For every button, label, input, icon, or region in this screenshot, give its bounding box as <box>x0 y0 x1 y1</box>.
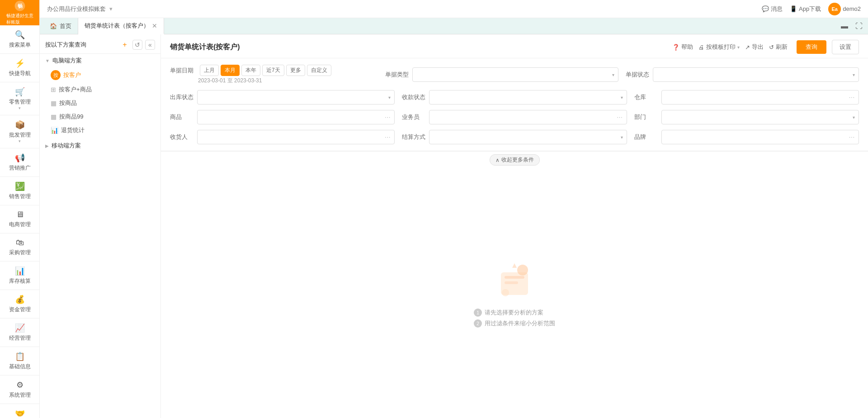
filter-receiver: 收货人 ··· <box>170 130 395 144</box>
sidebar-item-basic[interactable]: 📋 基础信息 <box>0 347 40 375</box>
date-btn-this-month[interactable]: 本月 <box>221 65 240 76</box>
topbar-right: 💬 消息 📱 App下载 Ea demo2 <box>762 3 861 15</box>
page-actions: ❓ 帮助 🖨 按模板打印 ▾ ↗ 导出 ↺ 刷新 <box>672 40 859 54</box>
sidebar-item-quicknav[interactable]: ⚡ 快捷导航 <box>0 54 40 82</box>
collapse-filter-btn[interactable]: ∧ 收起更多条件 <box>490 154 540 166</box>
tree-group-label: 电脑端方案 <box>52 57 82 65</box>
empty-state: 1 请先选择要分析的方案 2 用过滤条件来缩小分析范围 <box>161 168 868 418</box>
recv-status-select[interactable]: ▾ <box>429 90 627 104</box>
doc-type-chevron: ▾ <box>612 72 614 77</box>
active-indicator: 按 <box>51 70 61 80</box>
sidebar-item-operations[interactable]: 📈 经营管理 <box>0 318 40 347</box>
sidebar-item-sales[interactable]: 💹 销售管理 <box>0 177 40 205</box>
grid-icon: ⊞ <box>51 86 56 93</box>
sidebar-item-marketing[interactable]: 📢 营销推广 <box>0 148 40 177</box>
salesperson-label: 业务员 <box>402 113 429 121</box>
message-btn[interactable]: 💬 消息 <box>762 5 783 13</box>
goods-dots: ··· <box>385 114 391 120</box>
tab-maximize-btn[interactable]: ⛶ <box>854 21 864 32</box>
print-dropdown-icon: ▾ <box>737 45 740 50</box>
sidebar-item-search[interactable]: 🔍 搜索菜单 <box>0 25 40 54</box>
tab-close-btn[interactable]: ✕ <box>152 22 157 29</box>
doc-type-label: 单据类型 <box>385 71 412 79</box>
sidebar-item-system[interactable]: ⚙ 系统管理 <box>0 375 40 404</box>
filter-doc-status: 单据状态 ▾ <box>626 67 859 82</box>
topbar: 办公用品行业模拟账套 ▾ 💬 消息 📱 App下载 Ea demo2 <box>40 0 868 18</box>
tab-minimize-btn[interactable]: ▬ <box>839 21 850 32</box>
out-status-select[interactable]: ▾ <box>197 90 395 104</box>
help-icon: ❓ <box>672 44 679 51</box>
search-icon: 🔍 <box>15 30 25 40</box>
help-btn[interactable]: ❓ 帮助 <box>672 43 693 51</box>
page-title: 销货单统计表(按客户) <box>170 43 240 52</box>
date-btn-this-year[interactable]: 本年 <box>241 65 260 76</box>
warehouse-select[interactable]: ··· <box>661 90 859 104</box>
content-area: 按以下方案查询 + ↺ « ▼ 电脑端方案 按 按客户 ⊞ 按客户+商品 <box>40 34 868 418</box>
receiver-select[interactable]: ··· <box>197 130 395 144</box>
receiver-dots: ··· <box>385 134 391 140</box>
tree-item-by-goods-99[interactable]: ▦ 按商品99 <box>40 110 160 124</box>
left-panel: 按以下方案查询 + ↺ « ▼ 电脑端方案 按 按客户 ⊞ 按客户+商品 <box>40 34 161 418</box>
breadcrumb-dropdown-icon[interactable]: ▾ <box>109 5 113 12</box>
goods-select[interactable]: ··· <box>197 110 395 124</box>
empty-hint-2: 2 用过滤条件来缩小分析范围 <box>474 319 555 328</box>
settle-select[interactable]: ▾ <box>429 130 627 144</box>
refresh-btn[interactable]: ↺ 刷新 <box>769 43 788 51</box>
app-name: 畅捷通好生意 标账版 <box>6 13 33 25</box>
user-info[interactable]: Ea demo2 <box>828 3 861 15</box>
svg-point-7 <box>502 289 509 296</box>
wholesale-arrow: ▾ <box>19 139 21 143</box>
warehouse-dots: ··· <box>849 94 855 100</box>
basic-icon: 📋 <box>15 352 25 361</box>
sidebar-item-ecommerce[interactable]: 🖥 电商管理 <box>0 205 40 233</box>
sidebar-item-retail[interactable]: 🛒 零售管理 ▾ <box>0 82 40 115</box>
date-btn-more[interactable]: 更多 <box>286 65 305 76</box>
message-icon: 💬 <box>762 5 769 12</box>
tab-home[interactable]: 🏠 首页 <box>43 18 78 34</box>
sidebar-item-finance[interactable]: 💰 资金管理 <box>0 290 40 318</box>
sidebar-item-inventory[interactable]: 📊 库存核算 <box>0 261 40 290</box>
app-download-btn[interactable]: 📱 App下载 <box>790 5 821 13</box>
date-btn-custom[interactable]: 自定义 <box>307 65 331 76</box>
export-btn[interactable]: ↗ 导出 <box>745 43 764 51</box>
sidebar-item-enterprise[interactable]: 🤝 企业协同 <box>0 404 40 418</box>
settings-button[interactable]: 设置 <box>832 40 859 54</box>
filter-goods: 商品 ··· <box>170 110 395 124</box>
filter-dept: 部门 ▾ <box>634 110 859 124</box>
tree-group-mobile[interactable]: ▶ 移动端方案 <box>40 139 160 152</box>
tree-item-by-customer-goods[interactable]: ⊞ 按客户+商品 <box>40 83 160 96</box>
sidebar-item-purchase[interactable]: 🛍 采购管理 <box>0 233 40 261</box>
tree-item-by-customer[interactable]: 按 按客户 <box>40 67 160 83</box>
print-icon: 🖨 <box>698 44 704 51</box>
filter-row-1: 单据日期 上月 本月 本年 近7天 更多 自定义 2023-03-01 至 20… <box>170 65 859 85</box>
hint-num-2: 2 <box>474 319 482 328</box>
tab-sales-stats[interactable]: 销货单统计表（按客户） ✕ <box>78 18 164 34</box>
tree-group-desktop[interactable]: ▼ 电脑端方案 <box>40 54 160 67</box>
sidebar-item-wholesale[interactable]: 📦 批发管理 ▾ <box>0 115 40 148</box>
download-icon: 📱 <box>790 5 797 12</box>
brand-select[interactable]: ··· <box>661 130 859 144</box>
tree-item-return-stats[interactable]: 📊 退货统计 <box>40 124 160 137</box>
topbar-left: 办公用品行业模拟账套 ▾ <box>47 5 113 13</box>
collapse-panel-btn[interactable]: « <box>145 40 155 50</box>
filter-row-4: 收货人 ··· 结算方式 ▾ 品牌 <box>170 130 859 144</box>
finance-icon: 💰 <box>15 294 25 304</box>
salesperson-select[interactable]: ··· <box>429 110 627 124</box>
left-panel-title: 按以下方案查询 <box>45 41 86 49</box>
date-btn-last-month[interactable]: 上月 <box>200 65 219 76</box>
doc-type-select[interactable]: ▾ <box>412 67 618 82</box>
collapse-row: ∧ 收起更多条件 <box>161 151 868 168</box>
collapse-icon: ∧ <box>495 157 500 163</box>
dept-select[interactable]: ▾ <box>661 110 859 124</box>
system-icon: ⚙ <box>16 380 24 390</box>
query-button[interactable]: 查询 <box>797 40 826 54</box>
date-range-text: 2023-03-01 至 2023-03-31 <box>198 77 262 85</box>
app-logo: 畅 畅捷通好生意 标账版 <box>0 0 40 25</box>
doc-status-select[interactable]: ▾ <box>653 67 859 82</box>
user-avatar: Ea <box>828 3 841 15</box>
add-scheme-btn[interactable]: + <box>120 40 130 50</box>
date-btn-7days[interactable]: 近7天 <box>262 65 284 76</box>
print-btn[interactable]: 🖨 按模板打印 ▾ <box>698 43 740 51</box>
tree-item-by-goods[interactable]: ▦ 按商品 <box>40 96 160 110</box>
refresh-scheme-btn[interactable]: ↺ <box>132 40 142 50</box>
